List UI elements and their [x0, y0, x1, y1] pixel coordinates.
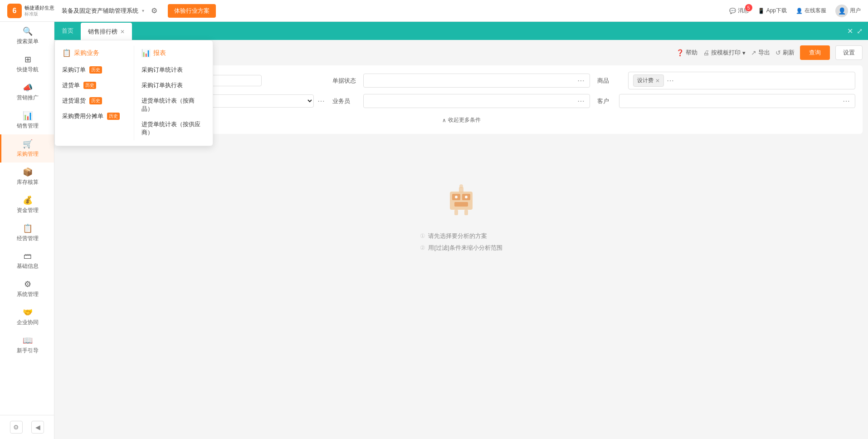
- reports-title: 报表: [153, 49, 166, 57]
- tab-sales-rank[interactable]: 销售排行榜 ✕: [81, 23, 132, 41]
- purchase-incoming-badge: 历史: [83, 82, 96, 89]
- sidebar-item-enterprise[interactable]: 🤝 企业协同: [0, 303, 54, 331]
- sidebar-item-basicinfo-label: 基础信息: [17, 262, 39, 270]
- goods-input[interactable]: 设计费 ✕ ⋯: [628, 72, 855, 89]
- sidebar-item-quick-nav[interactable]: ⊞ 快捷导航: [0, 50, 54, 78]
- operations-icon: 📋: [23, 223, 33, 233]
- tab-close-icon[interactable]: ✕: [120, 29, 125, 35]
- sidebar-item-quicknav-label: 快捷导航: [17, 66, 39, 74]
- tab-bar: 首页 销售排行榜 ✕ ✕ ⤢: [54, 22, 868, 40]
- customer-input[interactable]: ⋯: [619, 94, 855, 108]
- app-download-action[interactable]: 📱 App下载: [758, 7, 787, 15]
- doc-status-input[interactable]: ⋯: [363, 74, 590, 88]
- goods-dots[interactable]: ⋯: [667, 76, 674, 85]
- print-button[interactable]: 🖨 按模板打印 ▾: [703, 49, 746, 57]
- logo-text: 畅捷通好生意 标准版: [24, 5, 54, 17]
- sidebar-item-marketing[interactable]: 📣 营销推广: [0, 78, 54, 106]
- sidebar-settings-button[interactable]: ⚙: [10, 421, 23, 434]
- tip-num-1: ①: [420, 230, 425, 242]
- svg-rect-9: [464, 210, 468, 215]
- sidebar-item-system[interactable]: ⚙ 系统管理: [0, 275, 54, 303]
- salesperson-input[interactable]: ⋯: [363, 94, 590, 108]
- sidebar-item-finance[interactable]: 💰 资金管理: [0, 191, 54, 219]
- salesperson-dots[interactable]: ⋯: [577, 97, 585, 105]
- basic-info-icon: 🗃: [24, 252, 32, 261]
- phone-icon: 📱: [758, 8, 765, 14]
- tip-text-1: 请先选择要分析的方案: [428, 230, 487, 242]
- user-action[interactable]: 👤 用户: [835, 5, 861, 17]
- purchase-dropdown-menu: 📋 采购业务 采购订单 历史 进货单 历史 进货退货 历史 采购费用分摊单 历史…: [54, 40, 213, 146]
- report-order-exec-label: 采购订单执行表: [141, 81, 183, 89]
- sidebar-item-inventory[interactable]: 📦 库存核算: [0, 163, 54, 191]
- settings-button[interactable]: 设置: [835, 45, 863, 60]
- sidebar-collapse-button[interactable]: ◀: [31, 421, 44, 434]
- sidebar-item-purchase[interactable]: 🛒 采购管理: [0, 134, 54, 163]
- refresh-icon: ↺: [775, 49, 781, 56]
- customer-dots[interactable]: ⋯: [843, 97, 850, 105]
- sidebar: 🔍 搜索菜单 ⊞ 快捷导航 📣 营销推广 📊 销售管理 🛒 采购管理 📦 库存核…: [0, 22, 54, 439]
- sidebar-item-operations[interactable]: 📋 经营管理: [0, 219, 54, 247]
- sidebar-item-guide-label: 新手引导: [17, 347, 39, 355]
- sidebar-item-basic-info[interactable]: 🗃 基础信息: [0, 247, 54, 275]
- empty-tips: ① 请先选择要分析的方案 ② 用[过滤]条件来缩小分析范围: [420, 230, 502, 254]
- doc-status-dots[interactable]: ⋯: [577, 76, 585, 85]
- report-order-exec-item[interactable]: 采购订单执行表: [138, 78, 210, 93]
- message-badge: 5: [745, 4, 752, 11]
- system-title-text: 装备及固定资产辅助管理系统: [62, 7, 138, 15]
- sidebar-item-system-label: 系统管理: [17, 291, 39, 298]
- sidebar-item-sales[interactable]: 📊 销售管理: [0, 106, 54, 134]
- goods-tag-close[interactable]: ✕: [655, 78, 660, 84]
- rank-dots[interactable]: ⋯: [317, 97, 325, 105]
- collapse-icon: ∧: [442, 117, 446, 123]
- sidebar-item-purchase-label: 采购管理: [17, 150, 39, 158]
- help-button[interactable]: ❓ 帮助: [676, 49, 697, 57]
- tab-expand-button[interactable]: ⤢: [857, 27, 863, 35]
- refresh-button[interactable]: ↺ 刷新: [775, 49, 795, 57]
- industry-btn[interactable]: 体验行业方案: [168, 4, 216, 18]
- header-right: 💬 消息 5 📱 App下载 👤 在线客服 👤 用户: [729, 5, 861, 17]
- purchase-incoming-item[interactable]: 进货单 历史: [59, 78, 130, 93]
- system-title-arrow[interactable]: ▾: [142, 8, 144, 13]
- purchase-order-label: 采购订单: [62, 66, 86, 74]
- system-settings-button[interactable]: ⚙: [148, 5, 161, 17]
- goods-tag[interactable]: 设计费 ✕: [633, 74, 664, 87]
- purchase-return-badge: 历史: [89, 97, 102, 104]
- guide-icon: 📖: [23, 335, 33, 345]
- purchase-return-item[interactable]: 进货退货 历史: [59, 93, 130, 109]
- query-button[interactable]: 查询: [800, 45, 830, 60]
- logo-icon: 6: [7, 4, 22, 18]
- sidebar-item-sales-label: 销售管理: [17, 122, 39, 130]
- filter-customer-group: 客户 ⋯: [597, 94, 855, 108]
- message-action[interactable]: 💬 消息 5: [729, 7, 749, 15]
- purchase-expense-item[interactable]: 采购费用分摊单 历史: [59, 109, 130, 124]
- tip-num-2: ②: [420, 242, 425, 254]
- tab-sales-rank-label: 销售排行榜: [88, 28, 117, 36]
- user-label: 用户: [850, 7, 861, 15]
- tab-home[interactable]: 首页: [54, 22, 81, 40]
- tab-home-label: 首页: [62, 27, 73, 35]
- filter-goods-group: 商品 设计费 ✕ ⋯: [597, 72, 855, 89]
- sidebar-item-guide[interactable]: 📖 新手引导: [0, 331, 54, 359]
- tab-close-all-button[interactable]: ✕: [847, 27, 853, 35]
- svg-point-5: [465, 196, 468, 198]
- print-label: 按模板打印: [711, 49, 741, 57]
- purchase-expense-badge: 历史: [107, 113, 120, 120]
- report-incoming-goods-item[interactable]: 进货单统计表（按商品）: [138, 93, 210, 117]
- grid-icon: ⊞: [24, 54, 31, 64]
- export-icon: ↗: [751, 49, 756, 56]
- print-arrow[interactable]: ▾: [742, 49, 746, 56]
- reports-col: 📊 报表 采购订单统计表 采购订单执行表 进货单统计表（按商品） 进货单统计表（…: [134, 46, 213, 140]
- report-incoming-supplier-item[interactable]: 进货单统计表（按供应商）: [138, 117, 210, 140]
- export-button[interactable]: ↗ 导出: [751, 49, 770, 57]
- salesperson-label: 业务员: [332, 97, 360, 105]
- report-incoming-supplier-label: 进货单统计表（按供应商）: [141, 120, 206, 137]
- goods-label: 商品: [597, 77, 624, 85]
- top-header: 6 畅捷通好生意 标准版 装备及固定资产辅助管理系统 ▾ ⚙ 体验行业方案 💬 …: [0, 0, 868, 22]
- report-order-stat-item[interactable]: 采购订单统计表: [138, 62, 210, 78]
- purchase-order-item[interactable]: 采购订单 历史: [59, 62, 130, 78]
- online-service-action[interactable]: 👤 在线客服: [796, 7, 826, 15]
- svg-point-7: [459, 184, 463, 188]
- refresh-label: 刷新: [783, 49, 795, 57]
- sidebar-item-search[interactable]: 🔍 搜索菜单: [0, 22, 54, 50]
- system-icon: ⚙: [24, 279, 31, 289]
